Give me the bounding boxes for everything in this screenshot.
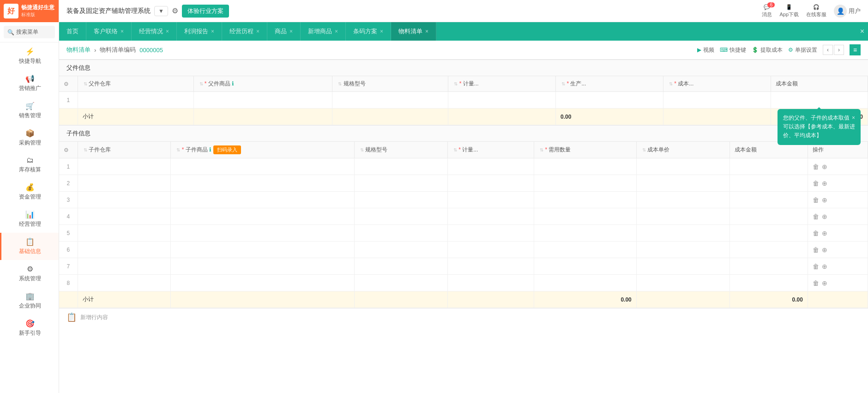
parent-product-cell[interactable] [193,92,332,109]
toolbar-actions: ▶ 视频 ⌨ 快捷键 💲 提取成本 ⚙ 单据设置 ‹ › [697,44,861,55]
copy-icon[interactable]: ⊕ [822,279,827,287]
child-product-cell-2[interactable] [171,175,354,192]
tab-close-icon[interactable]: × [380,28,383,35]
sidebar-item-guide[interactable]: 🎯 新手引导 [0,314,59,342]
child-product-cell-1[interactable] [171,158,354,175]
sidebar-item-finance[interactable]: 💰 资金管理 [0,178,59,206]
sidebar-item-quick-nav[interactable]: ⚡ 快捷导航 [0,42,59,70]
nav-next-button[interactable]: › [834,45,844,55]
tab-new-product[interactable]: 新增商品 × [301,22,346,41]
child-unitprice-cell-2[interactable] [636,175,729,192]
sidebar-item-operation[interactable]: 📊 经营管理 [0,206,59,233]
sidebar-item-label: 经营管理 [19,220,41,228]
tab-barcode[interactable]: 条码方案 × [346,22,391,41]
tab-history[interactable]: 经营历程 × [222,22,267,41]
child-spec-cell-2[interactable] [354,175,447,192]
delete-icon[interactable]: 🗑 [813,163,819,170]
child-table-row: 4 🗑 ⊕ [59,208,868,225]
tab-close-icon[interactable]: × [425,28,428,35]
tab-product[interactable]: 商品 × [267,22,301,41]
child-quantity-cell-2[interactable] [534,175,637,192]
settings-button[interactable]: ⚙ [172,6,178,15]
search-menu-button[interactable]: 🔍 搜索菜单 [4,26,55,38]
tab-profit[interactable]: 利润报告 × [177,22,222,41]
delete-icon[interactable]: 🗑 [813,180,819,187]
single-setting-button[interactable]: ⚙ 单据设置 [788,46,817,54]
tab-operation-status[interactable]: 经营情况 × [132,22,177,41]
marketing-icon: 📢 [25,74,35,83]
parent-section: 父件信息 ⚙ ⇅ 父件仓库 ⇅ * 父件商品 ℹ [59,60,868,125]
trial-button[interactable]: 体验行业方案 [182,5,229,18]
parent-produce-cell[interactable] [556,92,663,109]
sort-icon: ⇅ [84,81,87,86]
child-warehouse-cell-2[interactable] [78,175,171,192]
delete-icon[interactable]: 🗑 [813,213,819,220]
user-info[interactable]: 👤 用户 [834,5,861,18]
copy-icon[interactable]: ⊕ [822,196,827,204]
sidebar-item-enterprise[interactable]: 🏢 企业协同 [0,287,59,314]
close-all-tabs-button[interactable]: × [856,27,868,36]
child-unitprice-cell-1[interactable] [636,158,729,175]
parent-col-spec: ⇅ 规格型号 [332,76,448,92]
child-unit-cell-1[interactable] [447,158,534,175]
delete-icon[interactable]: 🗑 [813,263,819,270]
parent-col-unit: ⇅ * 计量... [448,76,556,92]
tab-close-icon[interactable]: × [166,28,169,35]
sidebar-item-system[interactable]: ⚙ 系统管理 [0,260,59,287]
delete-icon[interactable]: 🗑 [813,230,819,237]
sort-icon: ⇅ [453,147,457,152]
copy-icon[interactable]: ⊕ [822,230,827,237]
tab-close-icon[interactable]: × [335,28,338,35]
child-col-quantity: ⇅ * 需用数量 [534,142,637,158]
tab-close-icon[interactable]: × [256,28,259,35]
online-service-button[interactable]: 🎧 在线客服 [806,4,826,18]
delete-icon[interactable]: 🗑 [813,279,819,287]
tooltip-popup: × 您的父件、子件的成本取值可以选择【参考成本、最新进价、平均成本】 [778,109,861,145]
tab-home[interactable]: 首页 [59,22,86,41]
sidebar-item-purchase[interactable]: 📦 采购管理 [0,124,59,151]
sort-icon: ⇅ [561,81,565,86]
copy-icon[interactable]: ⊕ [822,180,827,187]
view-video-button[interactable]: ▶ 视频 [697,46,714,54]
message-button[interactable]: 💬 6 消息 [762,4,772,18]
sort-icon: ⇅ [84,147,87,152]
copy-icon[interactable]: ⊕ [822,163,827,170]
sidebar-item-label: 资金管理 [19,193,41,201]
shortcut-button[interactable]: ⌨ 快捷键 [720,46,746,54]
parent-unit-cell[interactable] [448,92,556,109]
message-badge: 6 [767,2,775,7]
copy-icon[interactable]: ⊕ [822,213,827,220]
scan-input-button[interactable]: 扫码录入 [213,145,241,154]
tab-close-icon[interactable]: × [289,28,293,35]
download-icon: 📱 [786,4,792,10]
child-warehouse-cell-1[interactable] [78,158,171,175]
system-dropdown[interactable]: ▼ [154,6,168,16]
app-download-button[interactable]: 📱 App下载 [779,4,799,18]
tab-customer[interactable]: 客户联络 × [86,22,132,41]
delete-icon[interactable]: 🗑 [813,196,819,204]
sidebar-item-label: 基础信息 [19,248,41,255]
copy-icon[interactable]: ⊕ [822,246,827,254]
breadcrumb-code: 0000005 [139,47,163,54]
extract-cost-button[interactable]: 💲 提取成本 [752,46,783,54]
sidebar-item-basic[interactable]: 📋 基础信息 [0,233,59,260]
child-unit-cell-2[interactable] [447,175,534,192]
copy-icon[interactable]: ⊕ [822,263,827,270]
sidebar-item-inventory[interactable]: 🗂 库存核算 [0,151,59,178]
sidebar-item-sales[interactable]: 🛒 销售管理 [0,97,59,124]
parent-warehouse-cell[interactable] [78,92,193,109]
parent-cost-cell[interactable] [663,92,771,109]
nav-prev-button[interactable]: ‹ [823,45,833,55]
view-toggle-button[interactable]: ≡ [850,44,861,55]
child-spec-cell-1[interactable] [354,158,447,175]
parent-spec-cell[interactable] [332,92,448,109]
delete-icon[interactable]: 🗑 [813,246,819,254]
sidebar-item-marketing[interactable]: 📢 营销推广 [0,70,59,97]
child-quantity-cell-1[interactable] [534,158,637,175]
tooltip-close-button[interactable]: × [852,114,855,122]
tab-close-icon[interactable]: × [211,28,214,35]
child-col-settings[interactable]: ⚙ [59,142,78,158]
tab-close-icon[interactable]: × [121,28,124,35]
tab-bom[interactable]: 物料清单 × [391,22,436,41]
parent-col-settings[interactable]: ⚙ [59,76,78,92]
